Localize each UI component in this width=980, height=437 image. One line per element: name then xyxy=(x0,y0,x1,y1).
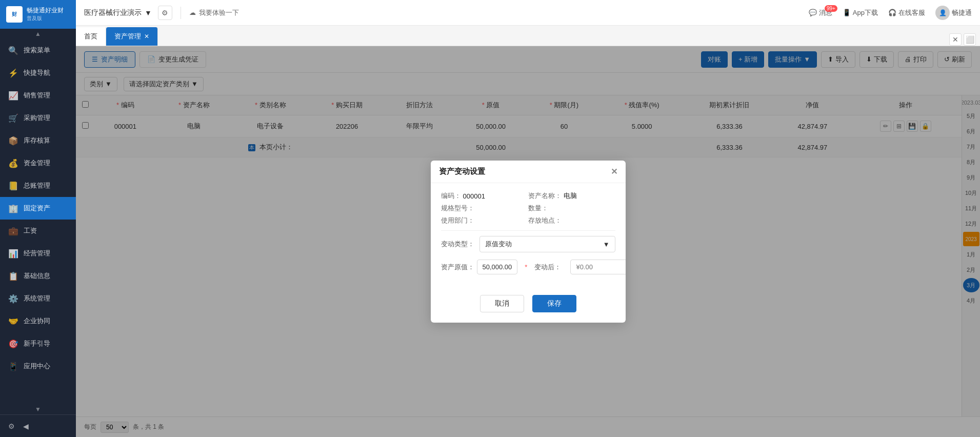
dialog-spec-cell: 规格型号： xyxy=(441,204,528,213)
dialog-change-type-row: 变动类型： 原值变动 ▼ xyxy=(441,236,615,252)
sidebar: 财 畅捷通好业财 普及版 ▲ 🔍 搜索菜单 ⚡ 快捷导航 📈 销售管理 🛒 采购… xyxy=(0,0,76,437)
user-menu[interactable]: 👤 畅捷通 xyxy=(935,6,972,20)
logo-text: 畅捷通好业财 xyxy=(27,7,64,15)
tab-home-label: 首页 xyxy=(84,32,97,41)
sidebar-item-label: 企业协同 xyxy=(24,316,50,326)
customer-service-button[interactable]: 🎧 在线客服 xyxy=(888,8,925,17)
tab-close-icon[interactable]: ✕ xyxy=(144,33,149,40)
company-selector[interactable]: 医疗器械行业演示 ▼ xyxy=(84,8,152,17)
search-icon: 🔍 xyxy=(8,45,18,55)
sidebar-item-ops[interactable]: 📊 经营管理 xyxy=(0,242,76,265)
mobile-icon: 📱 xyxy=(843,9,851,16)
ops-icon: 📊 xyxy=(8,248,18,259)
dialog-asset-name-label: 资产名称： xyxy=(528,191,562,201)
sidebar-item-search[interactable]: 🔍 搜索菜单 xyxy=(0,39,76,62)
sidebar-item-wage[interactable]: 💼 工资 xyxy=(0,220,76,242)
sidebar-item-label: 采购管理 xyxy=(24,113,50,123)
sidebar-item-purchase[interactable]: 🛒 采购管理 xyxy=(0,107,76,129)
dialog-info-row-3: 使用部门： 存放地点： xyxy=(441,216,615,225)
sidebar-item-label: 快捷导航 xyxy=(24,68,50,77)
sidebar-bottom: ⚙ ◀ xyxy=(0,414,76,437)
sidebar-item-label: 库存核算 xyxy=(24,136,50,145)
dialog-header: 资产变动设置 ✕ xyxy=(431,161,626,183)
topbar-right: 💬 消息 99+ 📱 App下载 🎧 在线客服 👤 畅捷通 xyxy=(809,6,972,20)
cancel-label: 取消 xyxy=(495,299,509,307)
tab-asset[interactable]: 资产管理 ✕ xyxy=(106,27,158,46)
dialog-code-cell: 编码： 000001 xyxy=(441,191,528,201)
sidebar-item-quick[interactable]: ⚡ 快捷导航 xyxy=(0,62,76,84)
sidebar-item-funds[interactable]: 💰 资金管理 xyxy=(0,152,76,174)
sidebar-item-basic[interactable]: 📋 基础信息 xyxy=(0,265,76,287)
message-icon: 💬 xyxy=(809,9,817,16)
content: ☰ 资产明细 📄 变更生成凭证 对账 + 新增 批量操作 ▼ xyxy=(76,46,980,437)
sidebar-item-label: 搜索菜单 xyxy=(24,46,50,55)
dialog-dept-cell: 使用部门： xyxy=(441,216,528,225)
tabbar: 首页 资产管理 ✕ ✕ ⬜ xyxy=(76,26,980,46)
dialog-close-button[interactable]: ✕ xyxy=(611,167,617,176)
dialog-after-input[interactable] xyxy=(570,260,625,274)
sidebar-logo: 财 畅捷通好业财 普及版 xyxy=(0,0,76,29)
logo-sub: 普及版 xyxy=(27,15,64,22)
dialog-cancel-button[interactable]: 取消 xyxy=(480,295,524,312)
dialog-original-value-input: 50,000.00 xyxy=(477,260,518,274)
topbar-settings-button[interactable]: ⚙ xyxy=(158,6,172,20)
dialog-save-button[interactable]: 保存 xyxy=(532,295,576,312)
tab-asset-label: 资产管理 xyxy=(114,32,141,41)
dialog-location-label: 存放地点： xyxy=(528,216,562,225)
dialog-change-type-input[interactable]: 原值变动 ▼ xyxy=(479,236,615,252)
dialog-body: 编码： 000001 资产名称： 电脑 规格型号： xyxy=(431,183,626,290)
required-star: * xyxy=(525,263,527,271)
sidebar-item-label: 固定资产 xyxy=(24,204,50,213)
sidebar-item-fixed[interactable]: 🏢 固定资产 xyxy=(0,197,76,220)
dialog-change-type-label: 变动类型： xyxy=(441,240,474,249)
guide-icon: 🎯 xyxy=(8,339,18,349)
notification-button[interactable]: 💬 消息 99+ xyxy=(809,8,832,17)
sidebar-item-apps[interactable]: 📱 应用中心 xyxy=(0,355,76,378)
tab-home[interactable]: 首页 xyxy=(76,27,106,46)
sidebar-item-label: 工资 xyxy=(24,226,37,235)
purchase-icon: 🛒 xyxy=(8,113,18,123)
sidebar-item-ledger[interactable]: 📒 总账管理 xyxy=(0,174,76,197)
sidebar-item-sales[interactable]: 📈 销售管理 xyxy=(0,84,76,107)
maximize-button[interactable]: ⬜ xyxy=(964,33,976,46)
sidebar-item-collab[interactable]: 🤝 企业协同 xyxy=(0,310,76,332)
dialog-code-label: 编码： xyxy=(441,191,461,201)
sidebar-item-guide[interactable]: 🎯 新手引导 xyxy=(0,332,76,355)
sidebar-item-stock[interactable]: 📦 库存核算 xyxy=(0,129,76,152)
app-download-button[interactable]: 📱 App下载 xyxy=(843,8,878,17)
ledger-icon: 📒 xyxy=(8,181,18,191)
sidebar-item-label: 基础信息 xyxy=(24,271,50,281)
change-type-dropdown-icon: ▼ xyxy=(603,241,610,248)
quick-icon: ⚡ xyxy=(8,68,18,78)
topbar: 医疗器械行业演示 ▼ ⚙ ☁ 我要体验一下 💬 消息 99+ 📱 App下载 🎧… xyxy=(76,0,980,26)
experience-link[interactable]: ☁ 我要体验一下 xyxy=(189,8,239,17)
gear-icon: ⚙ xyxy=(162,9,168,17)
dialog-asset-name-cell: 资产名称： 电脑 xyxy=(528,191,615,201)
sidebar-item-system[interactable]: ⚙️ 系统管理 xyxy=(0,287,76,310)
dialog-title: 资产变动设置 xyxy=(439,167,485,176)
dialog-spec-label: 规格型号： xyxy=(441,204,474,213)
funds-icon: 💰 xyxy=(8,158,18,168)
headset-icon: 🎧 xyxy=(888,9,896,16)
notification-badge: 99+ xyxy=(825,5,837,12)
sidebar-item-label: 资金管理 xyxy=(24,158,50,168)
scroll-down-arrow[interactable]: ▼ xyxy=(0,404,76,414)
settings-icon[interactable]: ⚙ xyxy=(8,422,15,430)
tabbar-actions: ✕ ⬜ xyxy=(949,33,980,46)
collapse-icon[interactable]: ◀ xyxy=(23,422,29,430)
close-window-button[interactable]: ✕ xyxy=(949,33,962,46)
scroll-up-arrow[interactable]: ▲ xyxy=(0,29,76,39)
company-name: 医疗器械行业演示 xyxy=(84,8,142,17)
sidebar-item-label: 系统管理 xyxy=(24,294,50,303)
save-label: 保存 xyxy=(547,299,562,307)
dialog-footer: 取消 保存 xyxy=(431,290,626,323)
dialog-quantity-label: 数量： xyxy=(528,204,548,213)
dialog-code-value: 000001 xyxy=(463,192,485,200)
sidebar-item-label: 销售管理 xyxy=(24,91,50,100)
original-value: 50,000.00 xyxy=(483,263,512,271)
asset-change-dialog: 资产变动设置 ✕ 编码： 000001 资产名称： 电脑 xyxy=(431,161,626,323)
sales-icon: 📈 xyxy=(8,90,18,101)
collab-icon: 🤝 xyxy=(8,316,18,326)
modal-overlay: 资产变动设置 ✕ 编码： 000001 资产名称： 电脑 xyxy=(76,46,980,437)
avatar: 👤 xyxy=(935,6,950,20)
